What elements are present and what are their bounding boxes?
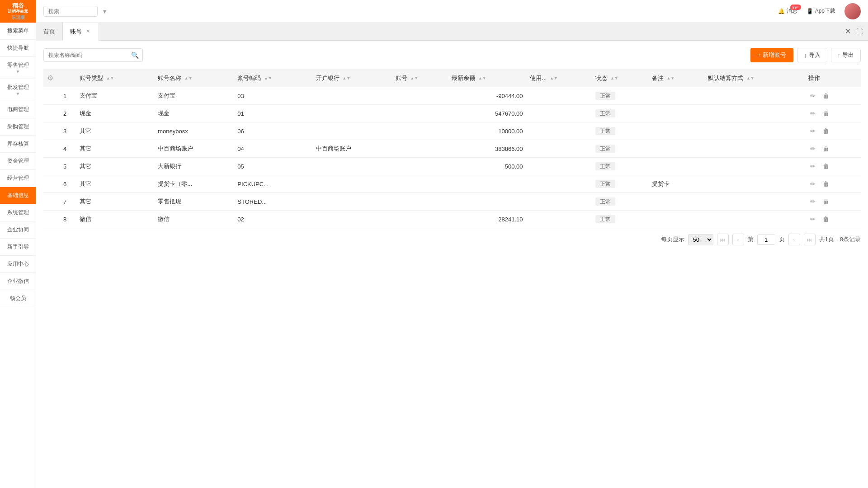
sidebar-item-label: 应用中心 bbox=[2, 260, 34, 268]
export-icon: ↑ bbox=[838, 52, 841, 59]
col-bank[interactable]: 开户银行 ▲▼ bbox=[312, 69, 392, 87]
delete-button[interactable]: 🗑 bbox=[821, 127, 831, 136]
sidebar-item-wholesale-mgmt[interactable]: 批发管理 ▼ bbox=[0, 79, 36, 101]
first-page-button[interactable]: ⏮ bbox=[717, 234, 729, 245]
edit-button[interactable]: ✏ bbox=[808, 144, 817, 153]
col-default-settlement[interactable]: 默认结算方式 ▲▼ bbox=[704, 69, 805, 87]
col-type-label: 账号类型 bbox=[80, 75, 103, 81]
cell-account bbox=[392, 175, 448, 193]
user-avatar[interactable] bbox=[844, 3, 861, 19]
bell-icon: 🔔 bbox=[778, 8, 785, 14]
search-button[interactable]: 🔍 bbox=[127, 49, 142, 61]
export-button[interactable]: ↑ 导出 bbox=[831, 48, 861, 62]
edit-button[interactable]: ✏ bbox=[808, 162, 817, 171]
edit-button[interactable]: ✏ bbox=[808, 179, 817, 188]
page-input[interactable] bbox=[757, 235, 775, 245]
search-input[interactable] bbox=[44, 49, 127, 61]
cell-settings bbox=[43, 140, 60, 158]
tab-close-button[interactable]: ✕ bbox=[85, 28, 91, 35]
cell-type: 微信 bbox=[76, 211, 154, 228]
cell-name: 中百商场账户 bbox=[154, 140, 234, 158]
cell-name: 提货卡（零... bbox=[154, 175, 234, 193]
sidebar-item-basic-info[interactable]: 基础信息 bbox=[0, 187, 36, 204]
sidebar-item-new-guide[interactable]: 新手引导 bbox=[0, 239, 36, 256]
sidebar-item-purchase-mgmt[interactable]: 采购管理 bbox=[0, 118, 36, 136]
sidebar-item-enterprise-agreement[interactable]: 企业协同 bbox=[0, 221, 36, 239]
delete-button[interactable]: 🗑 bbox=[821, 109, 831, 118]
delete-button[interactable]: 🗑 bbox=[821, 197, 831, 206]
sidebar-item-finance-mgmt[interactable]: 资金管理 bbox=[0, 153, 36, 170]
sidebar-item-inventory[interactable]: 库存核算 bbox=[0, 136, 36, 153]
delete-button[interactable]: 🗑 bbox=[821, 215, 831, 224]
tab-account[interactable]: 账号 ✕ bbox=[63, 23, 99, 41]
cell-default-settlement bbox=[704, 105, 805, 122]
col-balance[interactable]: 最新余额 ▲▼ bbox=[448, 69, 526, 87]
cell-account bbox=[392, 105, 448, 122]
sidebar-item-member[interactable]: 畅会员 bbox=[0, 290, 36, 307]
tab-close-action[interactable]: ✕ bbox=[843, 25, 853, 38]
col-usage-label: 使用... bbox=[530, 75, 547, 81]
add-account-button[interactable]: + 新增账号 bbox=[750, 48, 793, 62]
cell-actions: ✏ 🗑 bbox=[805, 140, 861, 158]
col-index bbox=[60, 69, 76, 87]
edit-button[interactable]: ✏ bbox=[808, 215, 817, 224]
next-page-button[interactable]: › bbox=[788, 234, 800, 245]
col-remark[interactable]: 备注 ▲▼ bbox=[648, 69, 705, 87]
cell-type: 现金 bbox=[76, 105, 154, 122]
col-type[interactable]: 账号类型 ▲▼ bbox=[76, 69, 154, 87]
cell-index: 6 bbox=[60, 175, 76, 193]
delete-button[interactable]: 🗑 bbox=[821, 162, 831, 171]
status-badge: 正常 bbox=[595, 145, 615, 153]
cell-index: 5 bbox=[60, 158, 76, 175]
app-download-button[interactable]: 📱 App下载 bbox=[807, 7, 835, 15]
sort-arrows-balance: ▲▼ bbox=[478, 76, 486, 80]
import-button[interactable]: ↓ 导入 bbox=[797, 48, 827, 62]
cell-index: 7 bbox=[60, 193, 76, 211]
edit-button[interactable]: ✏ bbox=[808, 127, 817, 136]
pagination: 每页显示 50 100 200 ⏮ ‹ 第 页 › ⏭ 共1页，8条记录 bbox=[43, 228, 861, 247]
status-badge: 正常 bbox=[595, 162, 615, 170]
header-left: ▾ bbox=[43, 6, 106, 17]
col-name[interactable]: 账号名称 ▲▼ bbox=[154, 69, 234, 87]
sidebar-item-enterprise-wechat[interactable]: 企业微信 bbox=[0, 273, 36, 290]
tab-maximize-action[interactable]: ⛶ bbox=[854, 26, 864, 37]
last-page-button[interactable]: ⏭ bbox=[804, 234, 816, 245]
cell-balance: 547670.00 bbox=[448, 105, 526, 122]
col-code[interactable]: 账号编码 ▲▼ bbox=[234, 69, 312, 87]
sidebar-item-app-center[interactable]: 应用中心 bbox=[0, 256, 36, 273]
edit-button[interactable]: ✏ bbox=[808, 197, 817, 206]
col-actions: 操作 bbox=[805, 69, 861, 87]
cell-remark bbox=[648, 193, 705, 211]
cell-index: 3 bbox=[60, 122, 76, 140]
sidebar-item-quick-nav[interactable]: 快捷导航 bbox=[0, 40, 36, 57]
notification-button[interactable]: 🔔 消息 99+ bbox=[778, 7, 797, 15]
col-usage[interactable]: 使用... ▲▼ bbox=[526, 69, 592, 87]
table-row: 6 其它 提货卡（零... PICKUPC... 正常 提货卡 ✏ 🗑 bbox=[43, 175, 861, 193]
sidebar-item-search-menu[interactable]: 搜索菜单 bbox=[0, 23, 36, 40]
prev-page-button[interactable]: ‹ bbox=[732, 234, 744, 245]
cell-default-settlement bbox=[704, 211, 805, 228]
cell-balance: -90444.00 bbox=[448, 87, 526, 105]
sidebar-item-system-mgmt[interactable]: 系统管理 bbox=[0, 204, 36, 221]
col-code-label: 账号编码 bbox=[237, 75, 261, 81]
delete-button[interactable]: 🗑 bbox=[821, 144, 831, 153]
cell-index: 8 bbox=[60, 211, 76, 228]
sidebar-item-operation-mgmt[interactable]: 经营管理 bbox=[0, 170, 36, 187]
delete-button[interactable]: 🗑 bbox=[821, 179, 831, 188]
edit-button[interactable]: ✏ bbox=[808, 109, 817, 118]
col-status-label: 状态 bbox=[595, 75, 607, 81]
cell-usage bbox=[526, 140, 592, 158]
sidebar-item-label: 基础信息 bbox=[2, 192, 34, 199]
cell-status: 正常 bbox=[592, 87, 648, 105]
sidebar-item-ecommerce-mgmt[interactable]: 电商管理 bbox=[0, 101, 36, 118]
top-search-input[interactable] bbox=[43, 6, 98, 17]
col-status[interactable]: 状态 ▲▼ bbox=[592, 69, 648, 87]
sidebar-item-retail-mgmt[interactable]: 零售管理 ▼ bbox=[0, 57, 36, 79]
col-account[interactable]: 账号 ▲▼ bbox=[392, 69, 448, 87]
page-size-select[interactable]: 50 100 200 bbox=[688, 234, 713, 245]
edit-button[interactable]: ✏ bbox=[808, 91, 817, 100]
settings-icon[interactable]: ⚙ bbox=[47, 74, 53, 82]
delete-button[interactable]: 🗑 bbox=[821, 91, 831, 100]
tab-home[interactable]: 首页 bbox=[36, 23, 63, 41]
cell-remark bbox=[648, 122, 705, 140]
